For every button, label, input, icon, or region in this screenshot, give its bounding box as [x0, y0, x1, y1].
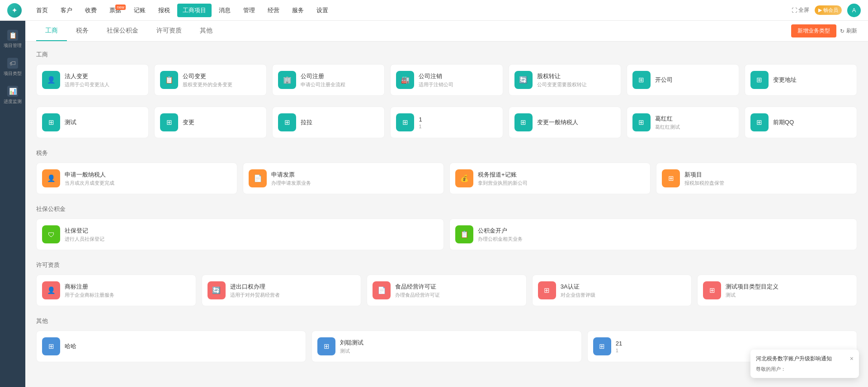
notification-header: 河北税务数字账户升级影响通知 × — [756, 355, 854, 363]
section-row-1: ⊞ 测试 ⊞ 变更 ⊞ 拉拉 ⊞ — [36, 107, 857, 138]
nav-item-收费[interactable]: 收费 — [80, 4, 102, 17]
section-其他: 其他 ⊞ 哈哈 ⊞ 刘聪测试 测试 ⊞ 21 1 — [36, 317, 857, 362]
nav-item-管理[interactable]: 管理 — [238, 4, 260, 17]
card-公司注销[interactable]: 🏭 公司注销 适用于注销公司 — [390, 64, 503, 96]
card-法人变更[interactable]: 👤 法人变更 适用于公司变更法人 — [36, 64, 149, 96]
card-社保登记[interactable]: 🛡 社保登记 进行人员社保登记 — [36, 219, 444, 250]
card-text: 申请一般纳税人 当月或次月成变更完成 — [65, 171, 114, 187]
card-刘聪测试[interactable]: ⊞ 刘聪测试 测试 — [311, 331, 581, 362]
card-icon: ⊞ — [750, 71, 769, 89]
sub-tab-税务[interactable]: 税务 — [67, 21, 98, 41]
sub-tab-许可资质[interactable]: 许可资质 — [147, 21, 191, 41]
card-name: 变更 — [183, 118, 194, 126]
card-开公司[interactable]: ⊞ 开公司 — [627, 64, 739, 96]
avatar[interactable]: A — [847, 4, 861, 17]
card-税务报道+记账[interactable]: 💰 税务报道+记账 拿到营业执照的新公司 — [449, 163, 651, 194]
card-name: 税务报道+记账 — [478, 171, 528, 179]
card-text: 税务报道+记账 拿到营业执照的新公司 — [478, 171, 528, 187]
card-公积金开户[interactable]: 📋 公积金开户 办理公积金相关业务 — [449, 219, 857, 250]
nav-right: ⛶ 全屏 ▶ 畅会员 A — [792, 4, 861, 17]
card-哈哈[interactable]: ⊞ 哈哈 — [36, 331, 306, 362]
card-name: 3A认证 — [561, 283, 595, 291]
sidebar-item-项目管理[interactable]: 📋 项目管理 — [0, 25, 25, 53]
nav-item-工商项目[interactable]: 工商项目 — [177, 4, 212, 17]
card-text: 社保登记 进行人员社保登记 — [65, 227, 104, 242]
card-name: 股权转让 — [537, 72, 587, 80]
fullscreen-button[interactable]: ⛶ 全屏 — [792, 6, 809, 14]
sub-tab-社保公积金[interactable]: 社保公积金 — [98, 21, 147, 41]
card-申请发票[interactable]: 📄 申请发票 办理申请发票业务 — [243, 163, 444, 194]
sidebar-item-项目类型[interactable]: 🏷 项目类型 — [0, 53, 25, 81]
sidebar-icon: 📊 — [7, 86, 18, 97]
member-button[interactable]: ▶ 畅会员 — [815, 5, 842, 15]
sidebar-label: 项目管理 — [4, 42, 22, 49]
card-葛红红[interactable]: ⊞ 葛红红 葛红红测试 — [627, 107, 739, 138]
card-公司变更[interactable]: 📋 公司变更 股权变更外的业务变更 — [154, 64, 267, 96]
card-3A认证[interactable]: ⊞ 3A认证 对企业信誉评级 — [532, 275, 692, 306]
card-name: 葛红红 — [655, 115, 680, 123]
section-title: 社保公积金 — [36, 205, 857, 213]
card-desc: 对企业信誉评级 — [561, 292, 595, 298]
card-测试[interactable]: ⊞ 测试 — [36, 107, 149, 138]
card-股权转让[interactable]: 🔄 股权转让 公司变更需要股权转让 — [509, 64, 621, 96]
card-icon: 🔄 — [514, 71, 533, 89]
nav-item-首页[interactable]: 首页 — [31, 4, 53, 17]
card-text: 公积金开户 办理公积金相关业务 — [478, 227, 523, 242]
card-desc: 测试 — [726, 292, 778, 298]
nav-item-报税[interactable]: 报税 — [153, 4, 175, 17]
nav-item-设置[interactable]: 设置 — [311, 4, 334, 17]
notification-close-button[interactable]: × — [850, 355, 854, 362]
card-新项目[interactable]: ⊞ 新项目 报税加税控盘保管 — [656, 163, 857, 194]
nav-item-记账[interactable]: 记账 — [128, 4, 151, 17]
logo: ✦ — [7, 3, 22, 18]
nav-item-客户[interactable]: 客户 — [55, 4, 78, 17]
card-desc: 1 — [616, 348, 622, 353]
card-text: 变更 — [183, 118, 194, 126]
card-name: 公积金开户 — [478, 227, 523, 235]
sub-tabs-list: 工商税务社保公积金许可资质其他 — [36, 21, 222, 41]
card-进出口权办理[interactable]: 🔄 进出口权办理 适用于对外贸易经营者 — [202, 275, 362, 306]
card-前期QQ[interactable]: ⊞ 前期QQ — [745, 107, 857, 138]
new-type-button[interactable]: 新增业务类型 — [791, 24, 836, 37]
section-许可资质: 许可资质 👤 商标注册 用于企业商标注册服务 🔄 进出口权办理 适用于对外贸易经… — [36, 261, 857, 306]
card-申请一般纳税人[interactable]: 👤 申请一般纳税人 当月或次月成变更完成 — [36, 163, 237, 194]
section-title: 许可资质 — [36, 261, 857, 269]
card-icon: 👤 — [42, 169, 60, 187]
card-desc: 拿到营业执照的新公司 — [478, 180, 528, 187]
nav-item-消息[interactable]: 消息 — [213, 4, 236, 17]
card-商标注册[interactable]: 👤 商标注册 用于企业商标注册服务 — [36, 275, 196, 306]
card-desc: 进行人员社保登记 — [65, 236, 104, 242]
card-1[interactable]: ⊞ 1 1 — [390, 107, 503, 138]
notification-popup: 河北税务数字账户升级影响通知 × 尊敬的用户： — [750, 350, 859, 378]
card-desc: 测试 — [340, 348, 363, 354]
sub-tab-其他[interactable]: 其他 — [191, 21, 222, 41]
nav-item-服务[interactable]: 服务 — [287, 4, 309, 17]
card-name: 哈哈 — [65, 342, 76, 350]
card-text: 新项目 报税加税控盘保管 — [684, 171, 724, 187]
nav-item-经营[interactable]: 经营 — [262, 4, 285, 17]
nav-item-票据[interactable]: 票据new — [104, 4, 127, 17]
card-icon: 📋 — [455, 225, 473, 243]
card-变更地址[interactable]: ⊞ 变更地址 — [745, 64, 857, 96]
sidebar-item-进度监测[interactable]: 📊 进度监测 — [0, 81, 25, 109]
card-拉拉[interactable]: ⊞ 拉拉 — [272, 107, 385, 138]
sub-tab-工商[interactable]: 工商 — [36, 21, 67, 41]
card-icon: ⊞ — [593, 337, 611, 355]
card-desc: 办理公积金相关业务 — [478, 236, 523, 242]
card-text: 变更一般纳税人 — [537, 118, 578, 126]
card-text: 拉拉 — [301, 118, 312, 126]
card-食品经营许可证[interactable]: 📄 食品经营许可证 办理食品经营许可证 — [367, 275, 527, 306]
card-desc: 适用于公司变更法人 — [65, 81, 109, 88]
sub-tabs-right: 新增业务类型 ↻ 刷新 — [791, 24, 857, 37]
card-icon: ⊞ — [538, 281, 556, 299]
nav-items: 首页客户收费票据new记账报税工商项目消息管理经营服务设置 — [31, 4, 792, 17]
card-变更一般纳税人[interactable]: ⊞ 变更一般纳税人 — [509, 107, 621, 138]
card-公司注册[interactable]: 🏢 公司注册 申请公司注册全流程 — [272, 64, 385, 96]
sidebar: 📋 项目管理 🏷 项目类型 📊 进度监测 — [0, 21, 25, 387]
card-name: 前期QQ — [773, 118, 794, 126]
card-text: 法人变更 适用于公司变更法人 — [65, 72, 109, 88]
card-desc: 当月或次月成变更完成 — [65, 180, 114, 187]
card-变更[interactable]: ⊞ 变更 — [154, 107, 267, 138]
refresh-button[interactable]: ↻ 刷新 — [840, 27, 857, 35]
card-测试项目类型目定义[interactable]: ⊞ 测试项目类型目定义 测试 — [697, 275, 857, 306]
